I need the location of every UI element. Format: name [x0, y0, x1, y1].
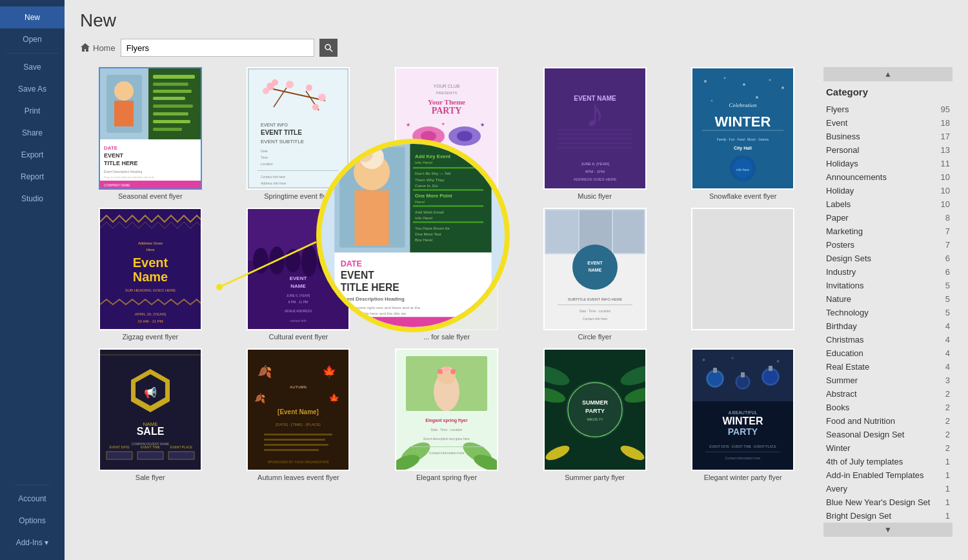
category-row[interactable]: Real Estate4 — [823, 360, 953, 374]
sidebar-item-studio[interactable]: Studio — [0, 188, 65, 210]
template-item-10[interactable] — [672, 208, 813, 341]
template-item-12[interactable]: 🍂 🍁 🍂 🍁 AUTUMN [Event Name] [DATE] · [TI… — [228, 348, 369, 481]
svg-text:DATE · TIME: DATE · TIME — [436, 155, 458, 159]
category-row[interactable]: Holidays11 — [823, 157, 953, 170]
category-row[interactable]: Business17 — [823, 130, 953, 143]
category-name: Technology — [826, 308, 869, 317]
sidebar-item-addins[interactable]: Add-Ins ▾ — [11, 532, 54, 554]
category-row[interactable]: Industry6 — [823, 265, 953, 279]
template-item-8[interactable]: LAWN MOWER FOR SALE (555) 555-1234 Item … — [376, 208, 517, 341]
template-item-1[interactable]: DATE EVENT TITLE HERE Event Description … — [80, 67, 221, 200]
category-row[interactable]: Nature5 — [823, 292, 953, 306]
category-row[interactable]: Invitations5 — [823, 279, 953, 292]
sidebar-item-new[interactable]: New — [0, 6, 65, 28]
svg-text:SUB HEADING GOES HERE: SUB HEADING GOES HERE — [125, 288, 176, 292]
template-item-5[interactable]: Celebration WINTER Family · Fun · Food ·… — [672, 67, 813, 200]
category-row[interactable]: Technology5 — [823, 306, 953, 319]
scroll-down-button[interactable]: ▼ — [823, 523, 953, 537]
template-thumb-11[interactable]: 📢 NAME SALE COMPANY/EVENT NAME EVENT DAT… — [99, 348, 202, 471]
template-thumb-14[interactable]: SUMMER PARTY MM.DD.YY — [543, 348, 647, 471]
category-row[interactable]: Paper8 — [823, 211, 953, 225]
svg-text:NAME: NAME — [588, 268, 601, 272]
category-count: 11 — [941, 159, 950, 168]
template-item-15[interactable]: ❄ ❄ ❄ A BEAUTIFUL WINTER PARTY EVENT DAT… — [672, 348, 813, 481]
template-item-2[interactable]: EVENT INFO EVENT TITLE EVENT SUBTITLE Da… — [228, 67, 369, 200]
template-thumb-15[interactable]: ❄ ❄ ❄ A BEAUTIFUL WINTER PARTY EVENT DAT… — [691, 348, 794, 471]
category-name: Add-in Enabled Templates — [826, 470, 924, 480]
sidebar-item-options[interactable]: Options — [11, 510, 54, 532]
template-thumb-5[interactable]: Celebration WINTER Family · Fun · Food ·… — [691, 67, 794, 190]
category-row[interactable]: Bright Design Set1 — [823, 509, 953, 523]
sidebar-item-export[interactable]: Export — [0, 144, 65, 166]
template-item-14[interactable]: SUMMER PARTY MM.DD.YY Summer party flyer — [525, 348, 665, 481]
category-row[interactable]: 4th of July templates1 — [823, 455, 953, 468]
category-row[interactable]: Avery1 — [823, 482, 953, 495]
template-label-12: Autumn leaves event flyer — [257, 474, 339, 481]
svg-text:ADDRESS · PHONE NUMBER: ADDRESS · PHONE NUMBER — [419, 163, 474, 167]
category-row[interactable]: Personal13 — [823, 143, 953, 157]
template-thumb-4[interactable]: ♪ EVENT NAME JUNE 6, [YEAR] 8PM - 1PM AD… — [543, 67, 647, 190]
category-row[interactable]: Design Sets6 — [823, 252, 953, 265]
template-item-7[interactable]: EVENT NAME JUNE 6, [YEAR] 8 PM · 11 PM V… — [228, 208, 369, 341]
category-row[interactable]: Labels10 — [823, 197, 953, 211]
category-row[interactable]: Birthday4 — [823, 319, 953, 333]
category-row[interactable]: Summer3 — [823, 374, 953, 387]
search-button[interactable] — [319, 39, 338, 57]
svg-point-0 — [325, 45, 330, 50]
template-item-6[interactable]: Address Goes Here Event Name SUB HEADING… — [80, 208, 221, 341]
sidebar-item-save[interactable]: Save — [0, 56, 65, 78]
svg-text:SALE: SALE — [136, 426, 164, 437]
scroll-up-button[interactable]: ▲ — [823, 67, 953, 81]
category-row[interactable]: Add-in Enabled Templates1 — [823, 468, 953, 482]
category-row[interactable]: Posters7 — [823, 238, 953, 252]
svg-text:Date: Date — [261, 149, 268, 153]
sidebar-item-share[interactable]: Share — [0, 122, 65, 144]
category-row[interactable]: Food and Nutrition2 — [823, 414, 953, 428]
svg-rect-14 — [153, 120, 190, 123]
template-item-3[interactable]: YOUR CLUB PRESENTS Your Theme PARTY ★ ★ … — [376, 67, 517, 200]
sidebar-item-print[interactable]: Print — [0, 100, 65, 122]
category-row[interactable]: Blue New Year's Design Set1 — [823, 495, 953, 509]
category-row[interactable]: Flyers95 — [823, 103, 953, 116]
template-thumb-6[interactable]: Address Goes Here Event Name SUB HEADING… — [99, 208, 202, 330]
category-row[interactable]: Abstract2 — [823, 387, 953, 401]
svg-text:More details about the item: More details about the item — [427, 310, 466, 314]
right-panel: ▲ Category Flyers95Event18Business17Pers… — [823, 67, 953, 555]
search-input[interactable] — [121, 39, 314, 57]
svg-point-100 — [269, 246, 285, 275]
template-thumb-9[interactable]: EVENT NAME SUBTITLE EVENT INFO HERE Date… — [543, 208, 647, 330]
category-row[interactable]: Winter2 — [823, 441, 953, 455]
template-thumb-8[interactable]: LAWN MOWER FOR SALE (555) 555-1234 Item … — [395, 208, 498, 330]
template-label-13: Elegant spring flyer — [416, 474, 477, 481]
category-row[interactable]: Event18 — [823, 116, 953, 130]
category-row[interactable]: Education4 — [823, 346, 953, 360]
sidebar-item-account[interactable]: Account — [11, 488, 54, 510]
template-thumb-13[interactable]: Elegant spring flyer Date · Time · Locat… — [395, 348, 498, 471]
template-item-9[interactable]: EVENT NAME SUBTITLE EVENT INFO HERE Date… — [525, 208, 665, 341]
category-row[interactable]: Christmas4 — [823, 333, 953, 346]
category-row[interactable]: Marketing7 — [823, 225, 953, 238]
template-thumb-10[interactable] — [691, 208, 794, 330]
template-item-13[interactable]: Elegant spring flyer Date · Time · Locat… — [376, 348, 517, 481]
sidebar-item-saveas[interactable]: Save As — [0, 78, 65, 100]
svg-rect-158 — [264, 434, 332, 435]
category-row[interactable]: Holiday10 — [823, 184, 953, 197]
svg-text:10 AM - 11 PM: 10 AM - 11 PM — [137, 319, 163, 323]
template-label-15: Elegant winter party flyer — [704, 474, 782, 481]
template-item-11[interactable]: 📢 NAME SALE COMPANY/EVENT NAME EVENT DAT… — [80, 348, 221, 481]
category-row[interactable]: Seasonal Design Set2 — [823, 428, 953, 441]
home-link[interactable]: Home — [80, 43, 116, 53]
sidebar-item-open[interactable]: Open — [0, 28, 65, 50]
template-item-4[interactable]: ♪ EVENT NAME JUNE 6, [YEAR] 8PM - 1PM AD… — [525, 67, 665, 200]
template-thumb-7[interactable]: EVENT NAME JUNE 6, [YEAR] 8 PM · 11 PM V… — [247, 208, 350, 330]
template-thumb-3[interactable]: YOUR CLUB PRESENTS Your Theme PARTY ★ ★ … — [395, 67, 498, 190]
svg-text:Celebration: Celebration — [729, 102, 757, 108]
template-thumb-2[interactable]: EVENT INFO EVENT TITLE EVENT SUBTITLE Da… — [247, 67, 350, 190]
sidebar-item-report[interactable]: Report — [0, 166, 65, 188]
category-name: Industry — [826, 267, 856, 277]
category-row[interactable]: Books2 — [823, 401, 953, 414]
sidebar-item-label: Add-Ins ▾ — [16, 538, 49, 547]
template-thumb-12[interactable]: 🍂 🍁 🍂 🍁 AUTUMN [Event Name] [DATE] · [TI… — [247, 348, 350, 471]
category-row[interactable]: Announcements10 — [823, 170, 953, 184]
template-thumb-1[interactable]: DATE EVENT TITLE HERE Event Description … — [99, 67, 202, 190]
